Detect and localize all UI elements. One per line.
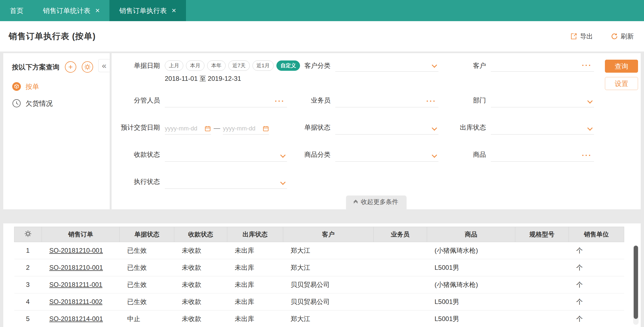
- col-header-spec: 规格型号: [515, 227, 569, 242]
- customer-control: ···: [491, 60, 594, 72]
- outbound-status-cell: 未出库: [227, 293, 283, 310]
- unit-cell: 个: [569, 293, 624, 310]
- scrollbar-thumb[interactable]: [634, 246, 638, 319]
- tab-sales-order-statistics[interactable]: 销售订单统计表 ×: [33, 0, 109, 21]
- row-number: 1: [14, 242, 42, 259]
- close-icon[interactable]: ×: [95, 7, 100, 14]
- customer-category-select[interactable]: [335, 60, 438, 72]
- filter-row-4: 收款状态 商品分类 商品 ···: [119, 150, 641, 162]
- top-tab-bar: 首页 销售订单统计表 × 销售订单执行表 ×: [0, 0, 644, 21]
- preset-this-month[interactable]: 本月: [186, 60, 204, 71]
- doc-status-select[interactable]: [335, 123, 438, 134]
- query-button[interactable]: 查询: [605, 60, 638, 73]
- scheme-settings-button[interactable]: [82, 61, 93, 73]
- payment-status-select[interactable]: [165, 150, 287, 162]
- tab-sales-order-execution[interactable]: 销售订单执行表 ×: [109, 0, 186, 21]
- preset-last-1-month[interactable]: 近1月: [252, 60, 274, 71]
- product-category-select[interactable]: [335, 150, 438, 162]
- payment-status-cell: 未收款: [174, 276, 227, 293]
- outbound-status-control: [491, 123, 594, 134]
- column-settings-header: [14, 227, 42, 242]
- order-link[interactable]: SO-20181210-001: [49, 264, 103, 271]
- delivery-date-range: yyyy-mm-dd — yyyy-mm-dd: [165, 123, 287, 134]
- tab-label: 销售订单统计表: [43, 6, 90, 15]
- sidebar-item-by-order[interactable]: 按单: [12, 82, 110, 91]
- delivery-date-end-input[interactable]: yyyy-mm-dd: [223, 123, 269, 134]
- add-scheme-button[interactable]: +: [65, 61, 76, 73]
- col-header-salesman: 业务员: [374, 227, 427, 242]
- gear-icon[interactable]: [24, 230, 32, 238]
- salesman-cell: [374, 293, 427, 310]
- preset-last-month[interactable]: 上月: [165, 60, 183, 71]
- row-number: 3: [14, 276, 42, 293]
- col-header-doc-status: 单据状态: [120, 227, 174, 242]
- spec-cell: [515, 310, 569, 327]
- delivery-date-start-input[interactable]: yyyy-mm-dd: [165, 123, 211, 134]
- title-actions: 导出 刷新: [569, 32, 635, 41]
- preset-last-7-days[interactable]: 近7天: [228, 60, 250, 71]
- chevron-down-icon: [587, 98, 593, 104]
- tab-label: 首页: [10, 6, 23, 15]
- order-link[interactable]: SO-20181211-001: [49, 281, 103, 288]
- order-link[interactable]: SO-20181210-001: [49, 247, 103, 254]
- filter-row-5: 执行状态: [119, 177, 641, 189]
- payment-status-label: 收款状态: [119, 150, 160, 162]
- customer-cell: 贝贝贸易公司: [283, 293, 374, 310]
- table-row: 3 SO-20181211-001 已生效 未收款 未出库 贝贝贸易公司 (小猪…: [14, 276, 624, 293]
- settings-button[interactable]: 设置: [605, 77, 638, 90]
- unit-cell: 个: [569, 276, 624, 293]
- ellipsis-icon[interactable]: ···: [275, 97, 285, 105]
- manager-picker[interactable]: ···: [165, 95, 287, 107]
- outbound-status-select[interactable]: [491, 123, 594, 134]
- sidebar-item-backorder[interactable]: 欠货情况: [12, 99, 110, 108]
- ellipsis-icon[interactable]: ···: [426, 97, 436, 105]
- scheme-item-label: 按单: [26, 82, 39, 91]
- table-row: 1 SO-20181210-001 已生效 未收款 未出库 郑大江 (小猪佩琦水…: [14, 242, 624, 259]
- execution-status-select[interactable]: [165, 177, 287, 189]
- doc-date-label: 单据日期: [119, 60, 160, 72]
- preset-this-year[interactable]: 本年: [207, 60, 226, 71]
- refresh-button[interactable]: 刷新: [609, 32, 635, 41]
- execution-status-label: 执行状态: [119, 177, 160, 189]
- manager-control: ···: [165, 95, 287, 107]
- customer-cell: 郑大江: [283, 242, 374, 259]
- orders-table: 销售订单 单据状态 收款状态 出库状态 客户 业务员 商品 规格型号 销售单位 …: [14, 227, 624, 327]
- export-label: 导出: [580, 32, 593, 41]
- salesman-label: 业务员: [287, 96, 330, 107]
- salesman-picker[interactable]: ···: [335, 95, 438, 107]
- product-label: 商品: [438, 150, 486, 162]
- query-scheme-sidebar: 按以下方案查询 + « 按单 欠货情况: [3, 53, 110, 209]
- preset-custom[interactable]: 自定义: [276, 60, 300, 71]
- doc-status-cell: 已生效: [120, 276, 174, 293]
- ellipsis-icon[interactable]: ···: [582, 62, 592, 69]
- collapse-more-conditions-button[interactable]: 收起更多条件: [346, 195, 406, 209]
- customer-picker[interactable]: ···: [491, 60, 594, 72]
- date-range-separator: —: [214, 124, 220, 134]
- order-link[interactable]: SO-20181214-001: [49, 315, 103, 322]
- sidebar-title: 按以下方案查询: [12, 63, 59, 72]
- ellipsis-icon[interactable]: ···: [582, 152, 592, 159]
- close-icon[interactable]: ×: [172, 7, 176, 14]
- export-button[interactable]: 导出: [569, 32, 595, 41]
- table-row: 2 SO-20181210-001 已生效 未收款 未出库 郑大江 L5001男…: [14, 259, 624, 276]
- department-label: 部门: [438, 96, 486, 107]
- product-control: ···: [491, 150, 594, 162]
- sidebar-header: 按以下方案查询 +: [12, 61, 110, 73]
- refresh-label: 刷新: [621, 32, 634, 41]
- date-placeholder: yyyy-mm-dd: [223, 125, 255, 132]
- outbound-status-cell: 未出库: [227, 276, 283, 293]
- spec-cell: [515, 293, 569, 310]
- product-category-control: [335, 150, 438, 162]
- department-select[interactable]: [491, 95, 594, 107]
- outbound-status-cell: 未出库: [227, 310, 283, 327]
- scheme-list: 按单 欠货情况: [12, 82, 110, 108]
- payment-status-cell: 未收款: [174, 310, 227, 327]
- order-link[interactable]: SO-20181211-002: [49, 298, 103, 305]
- collapse-sidebar-button[interactable]: «: [98, 59, 110, 72]
- salesman-control: ···: [335, 95, 438, 107]
- chevron-down-icon: [432, 62, 437, 68]
- tab-home[interactable]: 首页: [0, 0, 33, 21]
- product-picker[interactable]: ···: [491, 150, 594, 162]
- salesman-cell: [374, 310, 427, 327]
- vertical-scrollbar[interactable]: [633, 245, 639, 325]
